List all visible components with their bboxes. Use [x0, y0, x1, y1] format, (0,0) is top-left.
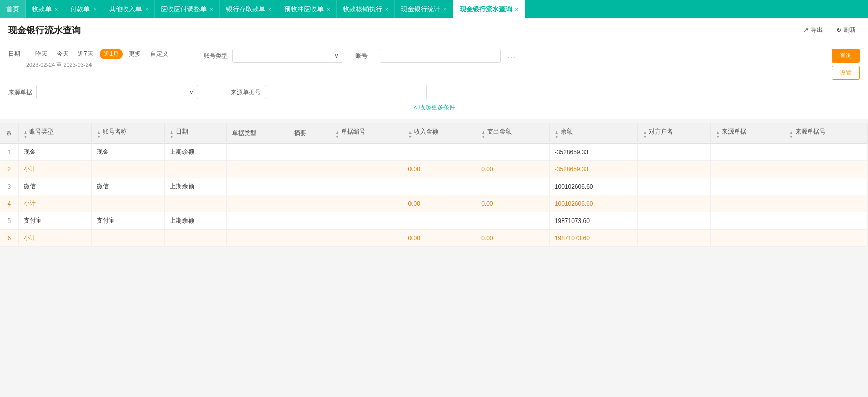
query-button[interactable]: 查询 — [832, 49, 860, 63]
source-doc-no-input[interactable] — [265, 85, 427, 99]
sort-icon: ▲▼ — [97, 130, 101, 139]
data-table-wrapper: ⚙ ▲▼账号类型 ▲▼账号名称 ▲▼日期 单据类型 摘要 ▲▼单据编号 ▲▼收入… — [0, 123, 868, 247]
cell-summary — [289, 212, 330, 230]
table-row: 1现金现金上期余额-3528659.33 — [0, 144, 868, 161]
cell-income — [403, 178, 476, 195]
cell-balance: 100102606.60 — [549, 178, 637, 195]
account-dots-button[interactable]: ... — [507, 52, 516, 60]
filter-area: 日期 昨天 今天 近7天 近1月 更多 自定义 2023-02-24 至 202… — [0, 42, 868, 119]
date-options: 昨天 今天 近7天 近1月 更多 自定义 — [32, 49, 171, 59]
table-row: 2小计0.000.00-3528659.33 — [0, 161, 868, 178]
cell-doc-no — [330, 161, 403, 178]
account-type-select[interactable]: ∨ — [232, 49, 343, 63]
source-doc-no-label: 来源单据号 — [231, 88, 261, 97]
sort-icon: ▲▼ — [24, 130, 28, 139]
table-row: 5支付宝支付宝上期余额19871073.60 — [0, 212, 868, 230]
col-header-expense[interactable]: ▲▼支出金额 — [476, 123, 550, 144]
close-icon[interactable]: × — [268, 6, 271, 12]
cell-expense: 0.00 — [476, 230, 550, 247]
cell-summary — [289, 178, 330, 195]
cell-counterpart — [637, 178, 711, 195]
cell-counterpart — [637, 144, 711, 161]
date-opt-more[interactable]: 更多 — [126, 49, 144, 59]
cell-counterpart — [637, 161, 711, 178]
refresh-icon: ↻ — [836, 26, 842, 34]
nav-item-home[interactable]: 首页 — [0, 0, 26, 18]
nav-item-advance[interactable]: 预收冲应收单 × — [278, 0, 336, 18]
table-row: 3微信微信上期余额100102606.60 — [0, 178, 868, 195]
close-icon[interactable]: × — [443, 6, 446, 12]
account-type-label: 账号类型 — [204, 52, 228, 60]
close-icon[interactable]: × — [515, 6, 518, 12]
cell-counterpart — [637, 212, 711, 230]
cell-expense — [476, 212, 550, 230]
close-icon[interactable]: × — [327, 6, 330, 12]
cell-source-doc-no — [784, 230, 867, 247]
cell-date: 上期余额 — [164, 212, 226, 230]
nav-item-receipt[interactable]: 收款单 × — [26, 0, 64, 18]
chevron-down-icon: ∨ — [189, 89, 194, 96]
col-header-doc-no[interactable]: ▲▼单据编号 — [330, 123, 403, 144]
cell-source-doc — [711, 230, 784, 247]
nav-item-bank-flow[interactable]: 现金银行流水查询 × — [453, 0, 525, 18]
cell-summary — [289, 195, 330, 212]
cell-source-doc — [711, 161, 784, 178]
cell-source-doc — [711, 212, 784, 230]
sort-icon: ▲▼ — [716, 130, 720, 139]
sort-icon: ▲▼ — [555, 130, 559, 139]
page-title: 现金银行流水查询 — [8, 24, 81, 36]
close-icon[interactable]: × — [55, 6, 58, 12]
cell-source-doc-no — [784, 212, 867, 230]
col-header-counterpart[interactable]: ▲▼对方户名 — [637, 123, 711, 144]
nav-item-payment[interactable]: 付款单 × — [64, 0, 103, 18]
date-opt-custom[interactable]: 自定义 — [147, 49, 171, 59]
refresh-button[interactable]: ↻ 刷新 — [832, 24, 860, 36]
date-opt-yesterday[interactable]: 昨天 — [32, 49, 51, 59]
page-header: 现金银行流水查询 ↗ 导出 ↻ 刷新 — [0, 18, 868, 42]
nav-item-adjustment[interactable]: 应收应付调整单 × — [155, 0, 219, 18]
settings-button[interactable]: 设置 — [832, 66, 860, 80]
cell-doc-type — [227, 212, 289, 230]
cell-expense: 0.00 — [476, 195, 550, 212]
date-opt-7days[interactable]: 近7天 — [75, 49, 97, 59]
source-doc-select[interactable]: ∨ — [36, 85, 198, 99]
close-icon[interactable]: × — [145, 6, 148, 12]
account-input[interactable] — [380, 49, 501, 63]
col-header-income[interactable]: ▲▼收入金额 — [403, 123, 476, 144]
cell-summary — [289, 230, 330, 247]
cell-expense: 0.00 — [476, 161, 550, 178]
sort-icon: ▲▼ — [643, 130, 647, 139]
cell-source-doc-no — [784, 178, 867, 195]
nav-item-collection[interactable]: 收款核销执行 × — [337, 0, 395, 18]
close-icon[interactable]: × — [210, 6, 213, 12]
close-icon[interactable]: × — [93, 6, 96, 12]
collapse-filter-button[interactable]: ∧ 收起更多条件 — [8, 102, 860, 113]
nav-item-other-income[interactable]: 其他收入单 × — [103, 0, 155, 18]
top-navigation: 首页 收款单 × 付款单 × 其他收入单 × 应收应付调整单 × 银行存取款单 … — [0, 0, 868, 18]
gear-column-header[interactable]: ⚙ — [0, 123, 18, 144]
account-label: 账号 — [355, 52, 376, 60]
nav-item-bank-deposit[interactable]: 银行存取款单 × — [220, 0, 278, 18]
col-header-account-type[interactable]: ▲▼账号类型 — [18, 123, 92, 144]
cell-counterpart — [637, 195, 711, 212]
nav-item-bank-stats[interactable]: 现金银行统计 × — [395, 0, 453, 18]
gear-icon: ⚙ — [6, 130, 12, 137]
row-num: 1 — [0, 144, 18, 161]
sort-icon: ▲▼ — [789, 130, 793, 139]
col-header-source-doc-no[interactable]: ▲▼来源单据号 — [784, 123, 867, 144]
date-opt-1month[interactable]: 近1月 — [100, 49, 123, 59]
cell-doc-type — [227, 195, 289, 212]
cell-balance: -3528659.33 — [549, 161, 637, 178]
close-icon[interactable]: × — [385, 6, 388, 12]
col-header-balance[interactable]: ▲▼余额 — [549, 123, 637, 144]
col-header-date[interactable]: ▲▼日期 — [164, 123, 226, 144]
date-opt-today[interactable]: 今天 — [54, 49, 72, 59]
cell-balance: 19871073.60 — [549, 230, 637, 247]
cell-doc-no — [330, 178, 403, 195]
cell-source-doc-no — [784, 161, 867, 178]
export-button[interactable]: ↗ 导出 — [799, 24, 827, 36]
col-header-source-doc[interactable]: ▲▼来源单据 — [711, 123, 784, 144]
chevron-down-icon: ∨ — [334, 52, 339, 59]
cell-account-type: 小计 — [18, 230, 92, 247]
col-header-account-name[interactable]: ▲▼账号名称 — [92, 123, 165, 144]
